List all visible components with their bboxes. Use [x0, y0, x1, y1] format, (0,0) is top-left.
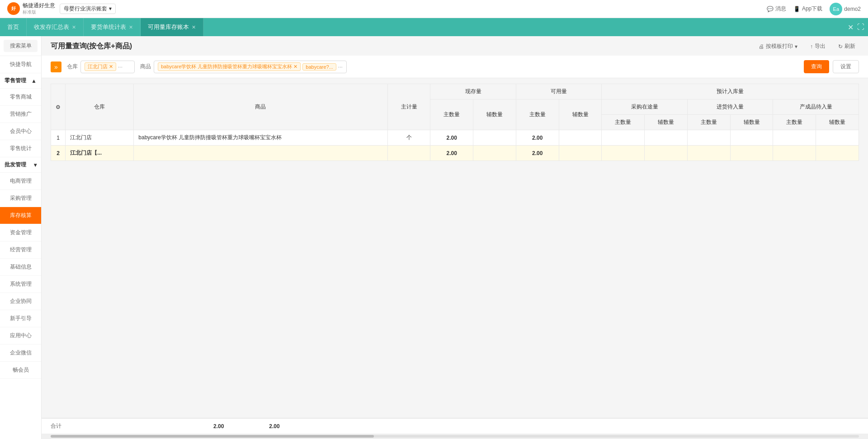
close-icon[interactable]: ✕	[72, 24, 76, 30]
th-available-group: 可用量	[516, 84, 602, 99]
sidebar: 搜索菜单 快捷导航 零售管理 ▲ 零售商城 营销推广 会员中心 零售统计 批发管…	[0, 36, 42, 439]
sidebar-item-sys-mgmt[interactable]: 系统管理	[0, 276, 41, 293]
message-action[interactable]: 💬 消息	[767, 5, 786, 13]
search-menu-button[interactable]: 搜索菜单	[4, 40, 38, 52]
th-stock-group: 现存量	[430, 84, 516, 99]
tab-available-stock-label: 可用量库存账本	[148, 23, 189, 31]
industry-select[interactable]: 母婴行业演示账套 ▾	[60, 4, 116, 14]
sidebar-item-quick-nav[interactable]: 快捷导航	[0, 56, 41, 73]
page-header: 可用量查询(按仓库+商品) 🖨 按模板打印 ▾ ↑ 导出 ↻ 刷新	[42, 36, 868, 56]
sidebar-item-ecom-mgmt-label: 电商管理	[10, 178, 32, 184]
chevron-down-icon: ▾	[34, 162, 37, 168]
filter-more-icon[interactable]: ···	[118, 64, 123, 70]
th-purchase-aux: 辅数量	[645, 115, 688, 130]
sidebar-item-app-center[interactable]: 应用中心	[0, 327, 41, 345]
th-products-aux: 辅数量	[816, 115, 859, 130]
sidebar-item-member[interactable]: 畅会员	[0, 362, 41, 379]
tab-home[interactable]: 首页	[0, 18, 27, 36]
product-tag-1: babycare学饮杯 儿童防摔防撞吸管杯重力球吸嘴杯宝宝水杯 ✕	[158, 62, 301, 71]
sidebar-item-corp-collab-label: 企业协同	[10, 298, 32, 304]
sidebar-item-retail-mall-label: 零售商城	[10, 94, 32, 100]
print-template-label: 按模板打印	[766, 42, 793, 50]
th-purchase-main: 主数量	[602, 115, 645, 130]
product-input[interactable]: babycare学饮杯 儿童防摔防撞吸管杯重力球吸嘴杯宝宝水杯 ✕ babyca…	[154, 61, 347, 73]
print-icon: 🖨	[759, 43, 764, 50]
warehouse-tag: 江北门店 ✕	[85, 62, 116, 71]
sidebar-item-retail-stats-label: 零售统计	[10, 145, 32, 151]
th-incoming-main: 主数量	[687, 115, 730, 130]
close-icon[interactable]: ✕	[129, 24, 133, 30]
footer-values: 2.00 2.00	[87, 423, 859, 430]
warehouse-input[interactable]: 江北门店 ✕ ···	[80, 61, 135, 73]
sidebar-item-retail-mgmt[interactable]: 零售管理 ▲	[0, 73, 41, 89]
sidebar-item-app-center-label: 应用中心	[10, 332, 32, 339]
table-footer: 合计 2.00 2.00	[42, 418, 868, 434]
th-gear[interactable]: ⚙	[51, 84, 66, 130]
app-label: App下载	[802, 5, 822, 13]
topbar: 好 畅捷通好生意 标准版 母婴行业演示账套 ▾ 💬 消息 📱 App下载 Ea …	[0, 0, 868, 18]
sidebar-item-member-center[interactable]: 会员中心	[0, 123, 41, 140]
avatar: Ea	[830, 3, 842, 15]
scrollbar-track[interactable]	[51, 435, 859, 438]
refresh-button[interactable]: ↻ 刷新	[835, 41, 859, 52]
tab-order-stats[interactable]: 要货单统计表 ✕	[84, 18, 141, 36]
sidebar-search-area: 搜索菜单	[0, 36, 41, 56]
sidebar-item-ops-mgmt[interactable]: 经营管理	[0, 241, 41, 259]
th-stock-main: 主数量	[430, 99, 473, 130]
sidebar-item-corp-wechat[interactable]: 企业微信	[0, 345, 41, 362]
sidebar-item-finance-mgmt-label: 资金管理	[10, 229, 32, 236]
refresh-icon: ↻	[838, 43, 843, 50]
user-action[interactable]: Ea demo2	[830, 3, 861, 15]
sidebar-item-sys-mgmt-label: 系统管理	[10, 281, 32, 287]
page-actions: 🖨 按模板打印 ▾ ↑ 导出 ↻ 刷新	[755, 41, 859, 52]
app-download-action[interactable]: 📱 App下载	[793, 5, 822, 13]
warehouse-tag-close[interactable]: ✕	[109, 64, 113, 70]
maximize-button[interactable]: ⛶	[857, 23, 864, 31]
tab-available-stock[interactable]: 可用量库存账本 ✕	[141, 18, 203, 36]
sidebar-item-retail-stats[interactable]: 零售统计	[0, 140, 41, 157]
sidebar-item-retail-mall[interactable]: 零售商城	[0, 89, 41, 106]
sidebar-item-marketing[interactable]: 营销推广	[0, 106, 41, 123]
footer-avail-main: 2.00	[269, 423, 279, 430]
sidebar-item-stock-mgmt[interactable]: 库存核算	[0, 207, 41, 224]
close-icon[interactable]: ✕	[192, 24, 196, 30]
warehouse-filter-group: 仓库 江北门店 ✕ ···	[67, 61, 135, 73]
sidebar-item-wholesale-mgmt[interactable]: 批发管理 ▾	[0, 157, 41, 173]
close-all-tabs-button[interactable]: ✕	[848, 23, 854, 32]
table-container: ⚙ 仓库 商品 主计量 现存量 可用量 预计入库量 主数量 辅数量 主数量 辅数…	[42, 78, 868, 418]
filter-more-icon2[interactable]: ···	[338, 64, 343, 70]
product-tag-1-close[interactable]: ✕	[293, 64, 297, 70]
sidebar-item-member-center-label: 会员中心	[10, 128, 32, 134]
sidebar-item-purchase-mgmt-label: 采购管理	[10, 195, 32, 201]
tab-income-expense-label: 收发存汇总表	[34, 23, 69, 31]
query-button[interactable]: 查询	[804, 60, 829, 73]
export-label: 导出	[815, 42, 826, 50]
export-button[interactable]: ↑ 导出	[807, 41, 829, 52]
th-product: 商品	[134, 84, 387, 130]
sidebar-item-corp-collab[interactable]: 企业协同	[0, 293, 41, 310]
sidebar-item-basic-info[interactable]: 基础信息	[0, 259, 41, 276]
sidebar-item-new-guide[interactable]: 新手引导	[0, 310, 41, 327]
th-unit: 主计量	[387, 84, 430, 130]
th-avail-main: 主数量	[516, 99, 559, 130]
sidebar-item-purchase-mgmt[interactable]: 采购管理	[0, 190, 41, 207]
sidebar-item-ecom-mgmt[interactable]: 电商管理	[0, 173, 41, 190]
sidebar-item-stock-mgmt-label: 库存核算	[10, 212, 32, 218]
product-tag-1-label: babycare学饮杯 儿童防摔防撞吸管杯重力球吸嘴杯宝宝水杯	[161, 63, 292, 70]
filter-toggle-button[interactable]: »	[51, 61, 61, 72]
th-warehouse: 仓库	[66, 84, 134, 130]
sidebar-item-finance-mgmt[interactable]: 资金管理	[0, 224, 41, 241]
footer-label: 合计	[51, 422, 78, 430]
scrollbar-area	[42, 434, 868, 439]
settings-button[interactable]: 设置	[833, 60, 859, 73]
logo-text: 畅捷通好生意	[23, 2, 55, 9]
topbar-right: 💬 消息 📱 App下载 Ea demo2	[767, 3, 861, 15]
print-template-button[interactable]: 🖨 按模板打印 ▾	[755, 41, 801, 52]
chevron-down-icon: ▾	[795, 43, 797, 50]
filter-bar: » 仓库 江北门店 ✕ ··· 商品 babycare学饮杯 儿童防摔防撞吸管杯…	[42, 56, 868, 78]
phone-icon: 📱	[793, 6, 800, 12]
product-tag-2: babycare?...	[302, 63, 336, 71]
refresh-label: 刷新	[844, 42, 855, 50]
tab-income-expense[interactable]: 收发存汇总表 ✕	[27, 18, 84, 36]
scrollbar-thumb[interactable]	[51, 435, 374, 438]
